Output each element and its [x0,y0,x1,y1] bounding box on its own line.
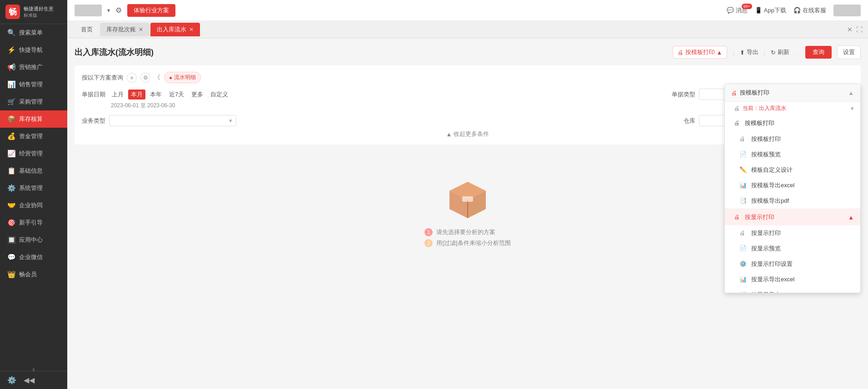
export-icon: ⬆ [740,49,745,56]
sidebar-item-label: 采购管理 [19,98,43,106]
item-print-icon: 🖨 [739,135,747,143]
logo-title: 畅捷通好生意 [24,5,54,12]
query-btn[interactable]: 查询 [805,46,832,59]
display-export-pdf-item[interactable]: 📑 按显示导出pdf [725,287,860,293]
date-options: 上月 本月 本年 近7天 更多 自定义 [109,90,231,100]
dropdown-title-text: 按模板打印 [740,89,769,97]
page-content: 出入库流水(流水明细) 🖨 按模板打印 ▲ | ⬆ 导出 | ↻ [67,38,868,389]
sidebar-item-quick-nav[interactable]: ⚡ 快捷导航 [0,41,67,59]
template-print-header[interactable]: 🖨 按模板打印 [725,115,860,131]
filter-add-btn[interactable]: + [127,73,137,83]
tab-flow-close[interactable]: ✕ [189,26,194,33]
filter-settings-btn[interactable]: ⚙ [140,73,150,83]
logo-badge: 标准版 [24,12,54,19]
filter-collapse-btn[interactable]: 《 [154,74,160,82]
tab-batch-ledger-label: 库存批次账 [106,25,136,34]
collapse-icon[interactable]: ◀◀ [24,376,35,384]
settings-icon[interactable]: ⚙️ [7,376,16,384]
sidebar-item-marketing[interactable]: 📢 营销推广 [0,59,67,76]
sidebar-item-operations[interactable]: 📈 经营管理 [0,145,67,162]
display-print-header-inner: 🖨 按显示打印 [734,213,774,221]
date-field: 单据日期 上月 本月 本年 近7天 更多 自定义 [82,90,231,100]
sidebar-item-purchase[interactable]: 🛒 采购管理 [0,93,67,110]
sidebar-item-guide[interactable]: 🎯 新手引导 [0,214,67,231]
user-dropdown-arrow[interactable]: ▾ [107,7,110,14]
sidebar-item-wechat[interactable]: 💬 企业微信 [0,249,67,266]
settings-btn[interactable]: 设置 [837,45,861,59]
template-customize-item[interactable]: ✏️ 模板自定义设计 [725,162,860,178]
display-print-settings-item[interactable]: ⚙️ 按显示打印设置 [725,256,860,272]
filter-header: 按以下方案查询 + ⚙ 《 ● 流水明细 [82,72,853,83]
date-opt-week7[interactable]: 近7天 [166,90,187,100]
message-btn[interactable]: 💬 消息 99+ [727,6,748,15]
date-opt-prev-month[interactable]: 上月 [109,90,126,100]
display-export-excel-item[interactable]: 📊 按显示导出excel [725,272,860,287]
sidebar-item-finance[interactable]: 💰 资金管理 [0,128,67,145]
sidebar-item-appstore[interactable]: 🔲 应用中心 [0,231,67,249]
tab-flow[interactable]: 出入库流水 ✕ [150,23,200,36]
item-customize-label: 模板自定义设计 [751,166,793,174]
topbar-gear-icon[interactable]: ⚙ [115,6,122,15]
template-export-pdf-item[interactable]: 📑 按模板导出pdf [725,193,860,209]
purchase-icon: 🛒 [7,98,15,106]
sidebar-item-label: 系统管理 [19,184,43,192]
step2-num: 2 [424,239,433,247]
marketing-icon: 📢 [7,63,15,71]
topbar-user-avatar[interactable] [833,5,861,16]
display-preview-item[interactable]: 📄 按显示预览 [725,241,860,256]
display-print-item[interactable]: 🖨 按显示打印 [725,225,860,241]
online-service-btn[interactable]: 🎧 在线客服 [793,6,826,15]
sidebar-item-system[interactable]: ⚙️ 系统管理 [0,180,67,197]
sidebar-item-search[interactable]: 🔍 搜索菜单 [0,24,67,41]
tab-expand: ✕ ⛶ [842,26,868,33]
empty-step-2: 2 用[过滤]条件来缩小分析范围 [424,239,510,247]
trial-btn[interactable]: 体验行业方案 [127,4,175,17]
item-customize-icon: ✏️ [739,166,747,174]
sidebar-item-basics[interactable]: 📋 基础信息 [0,162,67,180]
date-opt-current-year[interactable]: 本年 [147,90,165,100]
app-download-btn[interactable]: 📱 App下载 [755,6,786,15]
sidebar-item-vip[interactable]: 👑 畅会员 [0,266,67,283]
sidebar-item-collab[interactable]: 🤝 企业协同 [0,197,67,214]
sidebar-item-inventory[interactable]: 📦 库存核算 [0,110,67,128]
current-arrow[interactable]: ▾ [851,105,854,112]
display-print-section-icon: 🖨 [734,214,741,221]
page-header: 出入库流水(流水明细) 🖨 按模板打印 ▲ | ⬆ 导出 | ↻ [75,45,861,59]
export-btn[interactable]: ⬆ 导出 [740,48,758,56]
sidebar-item-sales[interactable]: 📊 销售管理 [0,76,67,93]
empty-icon [445,177,490,223]
template-print-item[interactable]: 🖨 按模板打印 [725,131,860,147]
search-icon: 🔍 [7,29,15,37]
tab-maximize-icon[interactable]: ⛶ [856,26,863,33]
print-template-arrow: ▲ [717,49,723,56]
sidebar-item-label: 企业微信 [19,253,43,261]
date-opt-custom[interactable]: 自定义 [208,90,231,100]
dropdown-print-icon: 🖨 [731,90,737,96]
user-avatar-placeholder [75,5,102,16]
print-icon: 🖨 [678,49,683,56]
date-opt-current-month[interactable]: 本月 [128,90,145,100]
display-print-header[interactable]: 🖨 按显示打印 ▲ [725,209,860,225]
divider2: | [764,49,765,56]
tab-home[interactable]: 首页 [75,23,99,36]
biz-type-select[interactable]: ▾ [109,115,236,126]
print-template-btn[interactable]: 🖨 按模板打印 ▲ [673,46,728,59]
refresh-label: 刷新 [778,48,789,56]
date-opt-more[interactable]: 更多 [189,90,206,100]
sidebar-item-label: 搜索菜单 [19,29,43,37]
date-field-label: 单据日期 [82,90,105,99]
step1-text: 请先选择要分析的方案 [436,228,495,236]
tab-batch-ledger-close[interactable]: ✕ [139,26,143,33]
dropdown-close-arrow[interactable]: ▲ [848,90,854,96]
sidebar: 畅 畅捷通好生意 标准版 🔍 搜索菜单 ⚡ 快捷导航 📢 营销推广 📊 销售管理 [0,0,67,389]
page-title: 出入库流水(流水明细) [75,47,154,58]
display-print-label: 按显示打印 [745,213,774,221]
logo-text-container: 畅捷通好生意 标准版 [24,5,54,19]
refresh-btn[interactable]: ↻ 刷新 [771,48,789,56]
tab-batch-ledger[interactable]: 库存批次账 ✕ [100,23,150,36]
sidebar-nav: 🔍 搜索菜单 ⚡ 快捷导航 📢 营销推广 📊 销售管理 🛒 采购管理 📦 [0,24,67,367]
display-print-arrow: ▲ [848,214,854,221]
tab-close-all-icon[interactable]: ✕ [847,26,853,33]
template-export-excel-item[interactable]: 📊 按模板导出excel [725,178,860,193]
template-preview-item[interactable]: 📄 按模板预览 [725,147,860,162]
